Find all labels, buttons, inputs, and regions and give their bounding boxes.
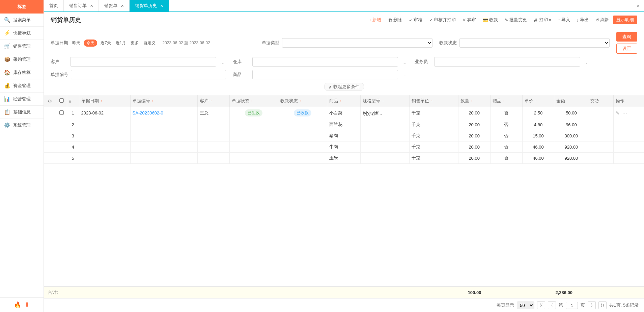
qty-col-header[interactable]: 数量 ↕ [458, 95, 490, 107]
row-goods: 西兰花 [327, 119, 360, 130]
gift-col-header[interactable]: 赠品 ↕ [490, 95, 522, 107]
export-button[interactable]: ↓ 导出 [574, 16, 592, 24]
page-size-select[interactable]: 50 20 100 [517, 302, 534, 309]
sidebar-collapse-icon[interactable]: 🔥 [14, 301, 21, 309]
setting-button[interactable]: 设置 [616, 44, 637, 54]
row-index: 4 [67, 141, 79, 153]
edit-icon[interactable]: ✎ [616, 110, 620, 116]
goods-input[interactable] [252, 70, 398, 79]
customer-input[interactable] [70, 57, 216, 67]
page-prev-button[interactable]: ⟨ [548, 301, 556, 309]
page-first-button[interactable]: ⟨⟨ [537, 301, 545, 309]
warehouse-ellipsis[interactable]: … [401, 59, 408, 64]
row-gear [44, 130, 56, 141]
date-range: 2023-06-02 至 2023-06-02 [162, 40, 210, 46]
tab-sales-order-close[interactable]: ✕ [90, 4, 93, 8]
customer-label: 客户 [51, 59, 67, 65]
doc-no-link[interactable]: SA-20230602-0 [133, 110, 163, 115]
tab-home[interactable]: 首页 [44, 0, 64, 11]
tab-sales-goods[interactable]: 销货单 ✕ [99, 0, 130, 11]
docno-filter: 单据编号 [51, 70, 226, 79]
gear-col-header[interactable]: ⚙ [44, 95, 56, 107]
row-doc-no [130, 130, 197, 141]
sidebar-item-system[interactable]: ⚙️ 系统管理 [0, 119, 44, 132]
table-row: 12023-06-02SA-20230602-0王总已生效已收款小白菜tyjyj… [44, 107, 644, 119]
collapse-icon: ∧ [329, 84, 332, 89]
receipt-status-select[interactable] [459, 38, 610, 48]
unit-price-col-header[interactable]: 单价 ↕ [522, 95, 554, 107]
date-shortcut-yesterday[interactable]: 昨天 [71, 40, 82, 47]
show-detail-button[interactable]: 显示明细 [613, 16, 637, 24]
sidebar-item-operation[interactable]: 📊 经营管理 [0, 93, 44, 106]
select-all-checkbox[interactable] [59, 98, 64, 103]
row-spec [361, 141, 410, 153]
refresh-button[interactable]: ↺ 刷新 [593, 16, 612, 24]
add-icon: + [369, 18, 371, 23]
row-sales-unit: 千克 [410, 107, 458, 119]
discard-button[interactable]: ✕ 弃审 [460, 16, 479, 24]
print-icon: 🖨 [534, 18, 538, 23]
main-area: 首页 销售订单 ✕ 销货单 ✕ 销货单历史 ✕ ✕ 销货单历史 + 新增 [44, 0, 644, 312]
spec-col-header[interactable]: 规格型号 ↕ [361, 95, 410, 107]
tab-sales-order[interactable]: 销售订单 ✕ [64, 0, 99, 11]
customer-ellipsis[interactable]: … [219, 59, 226, 64]
show-detail-label: 显示明细 [616, 17, 634, 23]
customer-col-header[interactable]: 客户 ↕ [197, 95, 229, 107]
sidebar-item-sales[interactable]: 🛒 销售管理 [0, 40, 44, 53]
page-next-button[interactable]: ⟩ [588, 301, 596, 309]
goods-col-header[interactable]: 商品 ↕ [327, 95, 360, 107]
sidebar-item-search[interactable]: 🔍 搜索菜单 [0, 14, 44, 27]
audit-button[interactable]: ✓ 审核 [406, 16, 425, 24]
receipt-status-col-header[interactable]: 收款状态 ↕ [278, 95, 327, 107]
tab-sales-goods-close[interactable]: ✕ [121, 4, 124, 8]
warehouse-input[interactable] [252, 57, 398, 67]
page-last-button[interactable]: ⟩⟩ [598, 301, 607, 309]
delete-button[interactable]: 🗑 删除 [385, 16, 405, 24]
doc-no-col-header[interactable]: 单据编号 ↕ [130, 95, 197, 107]
doc-status-col-header[interactable]: 单据状态 ↕ [229, 95, 278, 107]
salesperson-ellipsis[interactable]: … [583, 59, 590, 64]
row-doc-status: 已生效 [229, 107, 278, 119]
print-button[interactable]: 🖨 打印 ▾ [531, 16, 554, 24]
docno-input[interactable] [71, 70, 226, 79]
date-shortcut-7days[interactable]: 近7天 [99, 40, 112, 47]
sidebar-item-shortcut[interactable]: ⚡ 快捷导航 [0, 27, 44, 40]
page-word: 第 [559, 302, 563, 308]
window-close-button[interactable]: ✕ [632, 3, 644, 8]
date-shortcut-today[interactable]: 今天 [84, 40, 97, 47]
salesperson-input[interactable] [434, 57, 580, 67]
page-number-input[interactable] [566, 302, 578, 309]
query-button[interactable]: 查询 [616, 32, 637, 42]
date-shortcut-more[interactable]: 更多 [129, 40, 140, 47]
row-doc-no [130, 119, 197, 130]
receipt-button[interactable]: 💳 收款 [480, 16, 501, 24]
sidebar-item-basic[interactable]: 📋 基础信息 [0, 106, 44, 119]
docno-label: 单据编号 [51, 72, 68, 78]
collapse-button[interactable]: ∧ 收起更多条件 [324, 83, 364, 91]
row-doc-status [229, 141, 278, 153]
audit-print-button[interactable]: ✓ 审核并打印 [426, 16, 458, 24]
sidebar-item-purchase[interactable]: 📦 采购管理 [0, 53, 44, 66]
row-doc-date [79, 141, 130, 153]
doc-type-select[interactable] [282, 38, 432, 48]
import-button[interactable]: ↑ 导入 [555, 16, 573, 24]
more-icon[interactable]: ⋯ [622, 110, 627, 116]
row-receipt-status: 已收款 [278, 107, 327, 119]
tab-sales-history-close[interactable]: ✕ [160, 4, 163, 8]
sidebar-item-inventory[interactable]: 🏠 库存核算 [0, 66, 44, 79]
batch-change-button[interactable]: ✎ 批量变更 [502, 16, 530, 24]
add-button[interactable]: + 新增 [366, 16, 384, 24]
goods-ellipsis[interactable]: … [401, 72, 408, 77]
row-trade [588, 119, 614, 130]
row-gear [44, 107, 56, 119]
sales-unit-col-header[interactable]: 销售单位 ↕ [410, 95, 458, 107]
page-size-label: 每页显示 [497, 302, 514, 308]
date-shortcut-custom[interactable]: 自定义 [142, 40, 157, 47]
row-checkbox[interactable] [59, 110, 64, 115]
tab-sales-history[interactable]: 销货单历史 ✕ [130, 0, 169, 11]
sidebar-pause-icon[interactable]: ⏸ [24, 301, 30, 309]
date-shortcut-1month[interactable]: 近1月 [114, 40, 128, 47]
doc-date-col-header[interactable]: 单据日期 ↕ [79, 95, 130, 107]
sidebar-item-label-shortcut: 快捷导航 [13, 30, 31, 36]
sidebar-item-finance[interactable]: 💰 资金管理 [0, 79, 44, 93]
